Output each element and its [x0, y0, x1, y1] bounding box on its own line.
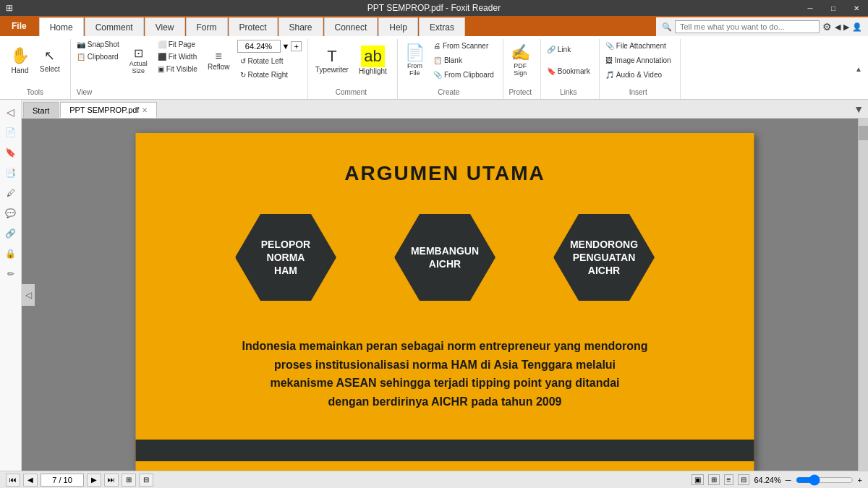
- tab-help[interactable]: Help: [378, 17, 418, 36]
- fit-width-button[interactable]: ⬛ Fit Width: [155, 51, 200, 62]
- from-clipboard-label: From Clipboard: [444, 71, 494, 79]
- nav-first-button[interactable]: ⏮: [6, 474, 20, 487]
- page-layout-icon-2[interactable]: ⊞: [708, 474, 720, 485]
- file-tab[interactable]: File: [0, 16, 38, 36]
- rotate-right-button[interactable]: ↻ Rotate Right: [237, 69, 302, 80]
- tab-form[interactable]: Form: [186, 17, 228, 36]
- maximize-button[interactable]: □: [822, 0, 845, 16]
- from-scanner-button[interactable]: 🖨 From Scanner: [430, 40, 497, 51]
- zoom-out-icon[interactable]: ─: [786, 476, 791, 484]
- tab-home[interactable]: Home: [39, 17, 84, 36]
- tab-share[interactable]: Share: [278, 17, 323, 36]
- search-input[interactable]: [675, 20, 820, 33]
- zoom-slider[interactable]: [796, 474, 854, 486]
- file-attachment-button[interactable]: 📎 File Attachment: [603, 40, 674, 51]
- file-attachment-label: File Attachment: [616, 42, 666, 50]
- zoom-value-label: 64.24%: [754, 476, 780, 484]
- bookmark-button[interactable]: 🔖 Bookmark: [544, 66, 593, 77]
- sidebar-lock-icon[interactable]: 🔒: [1, 244, 20, 263]
- protect-group-label: Protect: [506, 87, 535, 96]
- typewriter-button[interactable]: T Typewriter: [311, 39, 353, 81]
- select-button[interactable]: ↖ Select: [35, 39, 64, 81]
- from-file-button[interactable]: 📄 FromFile: [401, 39, 429, 81]
- sidebar-pen-icon[interactable]: 🖊: [1, 184, 20, 202]
- zoom-dropdown-icon[interactable]: ▼: [282, 42, 290, 51]
- scroll-thumb[interactable]: [859, 126, 868, 140]
- protect-group: ✍ PDFSign Protect: [503, 39, 541, 99]
- hexagon-2: MEMBANGUNAICHR: [394, 214, 495, 301]
- from-clipboard-button[interactable]: 📎 From Clipboard: [430, 69, 497, 80]
- sidebar-comments-icon[interactable]: 💬: [1, 204, 20, 223]
- rotate-left-button[interactable]: ↺ Rotate Left: [237, 56, 302, 67]
- user-icon[interactable]: 👤: [852, 22, 862, 32]
- tab-close-icon[interactable]: ✕: [142, 106, 148, 114]
- tab-protect[interactable]: Protect: [229, 17, 278, 36]
- tab-comment[interactable]: Comment: [85, 17, 144, 36]
- nav-extra-button[interactable]: ⊞: [122, 474, 136, 487]
- bookmark-icon: 🔖: [547, 67, 556, 75]
- clipboard-button[interactable]: 📋 Clipboard: [74, 51, 122, 62]
- clipboard-label: Clipboard: [88, 53, 119, 61]
- highlight-button[interactable]: ab Highlight: [354, 39, 391, 81]
- snapshot-label: SnapShot: [88, 40, 119, 48]
- nav-extra2-button[interactable]: ⊟: [139, 474, 153, 487]
- snapshot-button[interactable]: 📷 SnapShot: [74, 39, 122, 50]
- tab-connect[interactable]: Connect: [324, 17, 378, 36]
- file-attachment-icon: 📎: [605, 42, 614, 50]
- zoom-in-status-icon[interactable]: +: [858, 476, 862, 484]
- sidebar-bookmarks-icon[interactable]: 🔖: [1, 143, 20, 162]
- sidebar-nav-icon[interactable]: ◁: [1, 103, 20, 121]
- ribbon-scroll-right[interactable]: ▲: [855, 39, 865, 99]
- tab-document[interactable]: PPT SEMPROP.pdf ✕: [60, 102, 157, 118]
- from-file-label: FromFile: [407, 62, 422, 77]
- pdf-sign-button[interactable]: ✍ PDFSign: [506, 39, 535, 81]
- nav-prev-button[interactable]: ◀: [23, 474, 38, 487]
- tab-document-label: PPT SEMPROP.pdf: [69, 106, 139, 114]
- audio-video-icon: 🎵: [605, 71, 614, 79]
- audio-video-button[interactable]: 🎵 Audio & Video: [603, 69, 674, 80]
- sidebar-link-icon[interactable]: 🔗: [1, 224, 20, 243]
- typewriter-label: Typewriter: [315, 66, 349, 74]
- blank-button[interactable]: 📋 Blank: [430, 55, 497, 66]
- image-annotation-button[interactable]: 🖼 Image Annotation: [603, 55, 674, 66]
- page-nav-left[interactable]: ◁: [22, 284, 35, 306]
- fit-page-button[interactable]: ⬜ Fit Page: [155, 39, 200, 50]
- fit-visible-button[interactable]: ▣ Fit Visible: [155, 64, 200, 74]
- links-group: 🔗 Link 🔖 Bookmark Links: [541, 39, 600, 99]
- actual-size-button[interactable]: ⊡ ActualSize: [125, 39, 152, 81]
- reflow-button[interactable]: ≡ Reflow: [203, 39, 234, 81]
- sidebar-layers-icon[interactable]: 📑: [1, 163, 20, 182]
- links-sub: 🔗 Link 🔖 Bookmark: [544, 39, 593, 81]
- hand-button[interactable]: ✋ Hand: [6, 39, 34, 81]
- link-button[interactable]: 🔗 Link: [544, 44, 593, 55]
- page-layout-icon-4[interactable]: ⊟: [738, 474, 749, 485]
- comment-group-label: Comment: [311, 87, 391, 96]
- settings-icon[interactable]: ⚙: [822, 21, 832, 33]
- page-input[interactable]: [41, 474, 84, 487]
- from-scanner-icon: 🖨: [433, 42, 441, 50]
- page-layout-icon-1[interactable]: ▣: [692, 474, 704, 485]
- zoom-input[interactable]: [237, 40, 281, 53]
- view-group-label: View: [74, 87, 302, 96]
- nav-last-button[interactable]: ⏭: [104, 474, 119, 487]
- page-layout-icon-3[interactable]: ≡: [724, 474, 734, 485]
- tab-extras[interactable]: Extras: [419, 17, 465, 36]
- vertical-scrollbar[interactable]: [858, 119, 868, 471]
- zoom-in-icon[interactable]: +: [291, 41, 301, 51]
- hexagon-1: PELOPORNORMAHAM: [235, 214, 336, 301]
- view-sub2: ⬜ Fit Page ⬛ Fit Width ▣ Fit Visible: [155, 39, 200, 74]
- tab-overflow-button[interactable]: ▼: [849, 102, 868, 116]
- nav-back-icon[interactable]: ◀: [835, 22, 841, 32]
- minimize-button[interactable]: ─: [799, 0, 822, 16]
- nav-next-button[interactable]: ▶: [87, 474, 101, 487]
- sidebar-pages-icon[interactable]: 📄: [1, 123, 20, 142]
- nav-forward-icon[interactable]: ▶: [843, 22, 849, 32]
- tab-start[interactable]: Start: [23, 102, 59, 118]
- tab-view[interactable]: View: [145, 17, 185, 36]
- page-description: Indonesia memainkan peran sebagai norm e…: [192, 337, 698, 411]
- sidebar-edit-icon[interactable]: ✏: [1, 265, 20, 283]
- links-group-label: Links: [544, 87, 593, 96]
- view-content: 📷 SnapShot 📋 Clipboard ⊡ ActualSize ⬜ Fi…: [74, 39, 302, 87]
- close-button[interactable]: ✕: [845, 0, 868, 16]
- fit-visible-label: Fit Visible: [166, 65, 197, 73]
